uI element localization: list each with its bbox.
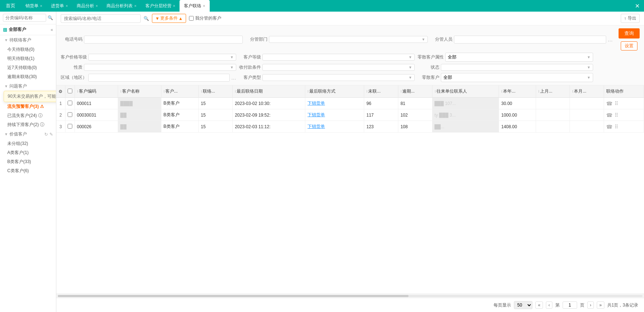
th-this-year[interactable]: ⁞本年... <box>499 85 536 98</box>
sidebar-search-input[interactable] <box>3 14 46 22</box>
nature-select[interactable]: ▼ <box>84 64 236 71</box>
filter-row-3: 性质 ▼ 收付款条件 ▼ 状态 <box>61 64 640 71</box>
close-icon[interactable]: × <box>65 4 68 8</box>
sidebar-search-icon[interactable]: 🔍 <box>48 15 53 20</box>
sidebar-item-declining[interactable]: 持续下滑客户(2) ⓘ <box>0 120 56 129</box>
close-icon[interactable]: × <box>40 4 42 8</box>
chevron-down-icon: ▼ <box>422 37 425 41</box>
td-this-month <box>570 98 604 109</box>
person-input[interactable] <box>454 36 606 44</box>
td-contact-count: 15 <box>198 121 233 133</box>
close-icon[interactable]: × <box>173 4 175 8</box>
close-icon[interactable]: × <box>134 4 136 8</box>
tab-product-analysis[interactable]: 商品分析 × <box>72 0 102 12</box>
horizontal-scrollbar[interactable] <box>56 293 644 298</box>
zero-customer-select[interactable]: 全部 ▼ <box>441 73 593 82</box>
method-link[interactable]: 下销货单 <box>307 124 325 129</box>
my-customers-checkbox[interactable] <box>189 16 194 21</box>
customer-level-select[interactable]: ▼ <box>262 54 415 61</box>
region-input[interactable] <box>88 74 230 82</box>
th-last-month[interactable]: ⁞上月... <box>536 85 570 98</box>
person-dots[interactable]: … <box>608 37 613 42</box>
region-dots[interactable]: … <box>231 75 236 81</box>
price-level-select[interactable]: ▼ <box>88 54 236 61</box>
settings-button[interactable]: 设置 <box>621 41 637 50</box>
th-contact-person[interactable]: ⁞往来单位联系人 <box>432 85 499 98</box>
th-select-all[interactable] <box>65 85 75 98</box>
tab-home[interactable]: 首页 <box>0 3 21 9</box>
close-icon[interactable]: × <box>96 4 98 8</box>
per-page-select[interactable]: 50 100 200 <box>514 301 532 309</box>
sidebar-group-problem[interactable]: ▼ 问题客户 <box>0 81 56 91</box>
contact-action-icon[interactable]: ☎ <box>606 112 612 118</box>
zero-attr-select[interactable]: 全部 ▼ <box>445 53 593 62</box>
row-checkbox-cell[interactable] <box>65 109 75 121</box>
row-checkbox[interactable] <box>68 112 72 117</box>
last-page-button[interactable]: » <box>597 301 604 309</box>
my-customers-checkbox-area[interactable]: 我分管的客户 <box>189 15 221 21</box>
sidebar-item-class-a[interactable]: A类客户(1) <box>0 148 56 157</box>
refresh-icon[interactable]: ↻ <box>44 132 48 137</box>
select-all-checkbox[interactable] <box>68 89 72 93</box>
query-button[interactable]: 查询 <box>619 28 640 39</box>
filter-search-icon[interactable]: 🔍 <box>144 16 149 21</box>
th-last-contact-date[interactable]: ⁞最后联络日期 <box>233 85 305 98</box>
sidebar-item-today[interactable]: 今天待联络(0) <box>0 45 56 54</box>
next-page-button[interactable]: › <box>587 301 594 309</box>
scroll-thumb[interactable] <box>58 295 408 297</box>
th-contact-count[interactable]: ⁞联络... <box>198 85 233 98</box>
more-action-icon[interactable]: ⠿ <box>615 124 618 130</box>
tab-customer-tier[interactable]: 客户分层经营 × <box>141 0 180 12</box>
dept-select[interactable]: ▼ <box>269 36 428 43</box>
row-checkbox[interactable] <box>68 124 72 129</box>
tab-customer-contact[interactable]: 客户联络 × <box>180 0 209 12</box>
th-code[interactable]: ⁞客户编码 <box>75 85 118 98</box>
sidebar-item-class-b[interactable]: B类客户(33) <box>0 157 56 166</box>
more-action-icon[interactable]: ⠿ <box>615 101 618 106</box>
customer-type-select[interactable]: ▼ <box>262 74 415 81</box>
th-last-contact-method[interactable]: ⁞最后联络方式 <box>305 85 364 98</box>
more-action-icon[interactable]: ⠿ <box>615 112 618 118</box>
method-link[interactable]: 下销货单 <box>307 101 325 106</box>
sidebar-group-value[interactable]: ▼ 价值客户 ↻ ✎ <box>0 129 56 139</box>
contact-action-icon[interactable]: ☎ <box>606 101 612 106</box>
page-input[interactable] <box>563 301 577 309</box>
tab-sales-order[interactable]: 销货单 × <box>21 0 47 12</box>
chevron-down-icon: ▼ <box>408 65 412 69</box>
sidebar-item-churned[interactable]: 已流失客户(24) ⓘ <box>0 111 56 120</box>
export-button[interactable]: ↑ 导出 <box>621 14 640 23</box>
th-customer-type[interactable]: ⁞客户... <box>161 85 198 98</box>
more-conditions-button[interactable]: ▼ 更多条件 ▲ <box>152 14 186 23</box>
collapse-icon[interactable]: « <box>51 27 53 32</box>
row-checkbox[interactable] <box>68 101 72 105</box>
edit-icon[interactable]: ✎ <box>49 132 53 137</box>
contact-action-icon[interactable]: ☎ <box>606 124 612 130</box>
th-not-contact[interactable]: ⁞未联... <box>364 85 398 98</box>
status-select[interactable]: ▼ <box>441 64 593 71</box>
tab-purchase-order[interactable]: 进货单 × <box>47 0 72 12</box>
th-name[interactable]: ⁞客户名称 <box>118 85 161 98</box>
window-close-button[interactable]: ✕ <box>631 3 644 9</box>
phone-input[interactable] <box>84 36 243 44</box>
th-settings[interactable]: ⚙ <box>56 85 65 98</box>
sidebar-item-overdue-contact[interactable]: 逾期未联络(30) <box>0 72 56 81</box>
method-link[interactable]: 下销货单 <box>307 112 325 117</box>
row-checkbox-cell[interactable] <box>65 98 75 109</box>
th-this-month[interactable]: ⁞本月... <box>570 85 604 98</box>
sidebar-item-class-c[interactable]: C类客户(6) <box>0 166 56 175</box>
filter-search-input[interactable] <box>61 14 141 23</box>
sidebar-item-tomorrow[interactable]: 明天待联络(1) <box>0 54 56 63</box>
row-checkbox-cell[interactable] <box>65 121 75 133</box>
all-customers-header[interactable]: ⊞ 全部客户 « <box>0 24 56 35</box>
sidebar-group-pending[interactable]: ▼ 待联络客户 <box>0 35 56 45</box>
close-icon[interactable]: × <box>203 4 205 8</box>
first-page-button[interactable]: « <box>535 301 543 309</box>
payment-select[interactable]: ▼ <box>262 64 415 71</box>
sidebar-item-churn-warning[interactable]: 流失预警客户(3) ⚠ <box>0 102 56 111</box>
sidebar-item-7days[interactable]: 近7天待联络(0) <box>0 63 56 72</box>
sidebar-item-ungrouped[interactable]: 未分组(32) <box>0 139 56 148</box>
td-not-contact: 117 <box>364 109 398 121</box>
th-overdue[interactable]: ⁞逾期... <box>398 85 432 98</box>
tab-product-analysis-list[interactable]: 商品分析列表 × <box>102 0 141 12</box>
prev-page-button[interactable]: ‹ <box>546 301 552 309</box>
